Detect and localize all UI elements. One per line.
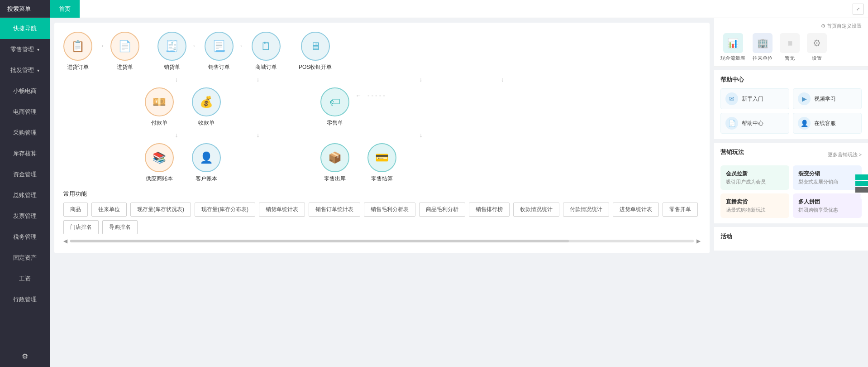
qa-item-empty[interactable]: ▦ 暂无 xyxy=(780,33,800,62)
scrollbar-track[interactable] xyxy=(70,240,694,242)
pos-icon: 🖥 xyxy=(301,32,330,61)
sidebar-item-ledger[interactable]: 总账管理 xyxy=(0,185,50,206)
gysc-icon: 📚 xyxy=(145,143,174,172)
customize-link[interactable]: ⚙ 首页自定义设置 xyxy=(821,23,862,29)
help-icon: 📄 xyxy=(725,117,738,130)
func-btn-units[interactable]: 往来单位 xyxy=(91,203,127,217)
func-btn-profit2[interactable]: 商品毛利分析 xyxy=(419,203,465,217)
flow-node-gysc[interactable]: 📚 供应商账本 xyxy=(145,143,174,183)
flow-row-2: 💴 付款单 💰 收款单 🏷 零售单 xyxy=(63,87,701,127)
flow-node-fks[interactable]: 💴 付款单 xyxy=(145,87,174,127)
mkt-item-live[interactable]: 直播卖货 场景式购物新玩法 xyxy=(720,193,789,218)
func-btn-stock1[interactable]: 现存量(库存状况表) xyxy=(130,203,191,217)
expand-button[interactable]: ⤢ xyxy=(853,4,863,14)
qa-item-partners[interactable]: 🏢 往来单位 xyxy=(753,33,773,62)
func-btn-retail-order[interactable]: 零售开单 xyxy=(663,203,698,217)
flow-node-jhtd[interactable]: 📋 进货订单 xyxy=(63,32,92,71)
sidebar-item-quicknav[interactable]: 快捷导航 xyxy=(0,18,50,39)
xhs-icon: 🧾 xyxy=(157,32,186,61)
jhs-icon: 📄 xyxy=(110,32,139,61)
sidebar-item-wholesale[interactable]: 批发管理 ▾ xyxy=(0,60,50,81)
mkt-item-group[interactable]: 多人拼团 拼团购物享受优惠 xyxy=(793,193,862,218)
help-item-help[interactable]: 📄 帮助中心 xyxy=(720,113,789,134)
mkt-fission-desc: 裂变式发展分销商 xyxy=(798,179,856,185)
mkt-live-title: 直播卖货 xyxy=(726,198,784,206)
scroll-right-arrow[interactable]: ▶ xyxy=(696,238,701,244)
fks-icon: 💴 xyxy=(145,87,174,116)
func-btn-stock2[interactable]: 现存量(库存分布表) xyxy=(195,203,255,217)
flow-node-ls[interactable]: 🏷 零售单 xyxy=(320,87,349,127)
sidebar-item-admin[interactable]: 行政管理 xyxy=(0,289,50,310)
sidebar-item-ecommerce[interactable]: 电商管理 xyxy=(0,101,50,122)
func-btn-receipt[interactable]: 收款情况统计 xyxy=(513,203,559,217)
sidebar-item-purchase[interactable]: 采购管理 xyxy=(0,122,50,143)
activity-title: 活动 xyxy=(720,232,862,241)
help-item-beginner[interactable]: ✉ 新手入门 xyxy=(720,88,789,109)
khzb-icon: 👤 xyxy=(192,143,221,172)
jhs-label: 进货单 xyxy=(117,63,133,71)
mkt-item-fission[interactable]: 裂变分销 裂变式发展分销商 xyxy=(793,165,862,190)
qa-item-settings[interactable]: ⚙ 设置 xyxy=(807,33,827,62)
sidebar-item-ecommerce-small[interactable]: 小畅电商 xyxy=(0,81,50,101)
ls-label: 零售单 xyxy=(327,119,343,127)
func-btn-rank[interactable]: 销售排行榜 xyxy=(469,203,510,217)
marketing-header: 营销玩法 更多营销玩法 > xyxy=(720,148,862,161)
float-btn-desktop[interactable]: 桌面快捷 xyxy=(855,187,868,193)
sidebar-item-inventory[interactable]: 库存核算 xyxy=(0,143,50,164)
sidebar-item-tax[interactable]: 税务管理 xyxy=(0,227,50,247)
tab-home[interactable]: 首页 xyxy=(50,0,80,18)
flow-row-3: 📚 供应商账本 👤 客户账本 📦 零售出库 xyxy=(63,143,701,183)
help-item-support[interactable]: 👤 在线客服 xyxy=(793,113,862,134)
sidebar-item-salary[interactable]: 工资 xyxy=(0,268,50,289)
sidebar-item-retail[interactable]: 零售管理 ▾ xyxy=(0,39,50,60)
gear-icon[interactable]: ⚙ xyxy=(0,346,50,367)
flow-node-xhs[interactable]: 🧾 销货单 xyxy=(157,32,186,71)
func-btn-goods[interactable]: 商品 xyxy=(63,203,88,217)
sidebar-item-invoice[interactable]: 发票管理 xyxy=(0,206,50,227)
sidebar-item-finance[interactable]: 资金管理 xyxy=(0,164,50,185)
func-btn-order-stat[interactable]: 销售订单统计表 xyxy=(309,203,360,217)
scroll-left-arrow[interactable]: ◀ xyxy=(63,238,67,244)
flow-diagram: 📋 进货订单 → 📄 进货单 🧾 销货单 ← xyxy=(63,32,701,183)
search-menu[interactable]: 搜索菜单 xyxy=(0,0,50,18)
xstd-icon: 📃 xyxy=(205,32,234,61)
flow-node-lsck[interactable]: 📦 零售出库 xyxy=(320,143,349,183)
help-item-video[interactable]: ▶ 视频学习 xyxy=(793,88,862,109)
jhtd-icon: 📋 xyxy=(63,32,92,61)
flow-arrows-1: ↓ ↓ ↓ ↓ xyxy=(63,76,701,83)
flow-node-lsjs[interactable]: 💳 零售结算 xyxy=(367,143,396,183)
flow-node-pos[interactable]: 🖥 POS收银开单 xyxy=(299,32,332,71)
jhtd-label: 进货订单 xyxy=(67,63,89,71)
arrow-down-sks: ↓ xyxy=(226,131,290,139)
func-btn-profit1[interactable]: 销售毛利分析表 xyxy=(364,203,415,217)
func-btn-payment[interactable]: 付款情况统计 xyxy=(563,203,609,217)
flow-node-sks[interactable]: 💰 收款单 xyxy=(192,87,221,127)
sidebar-item-assets[interactable]: 固定资产 xyxy=(0,247,50,268)
func-btn-guide-rank[interactable]: 导购排名 xyxy=(102,220,138,234)
quick-nav-card: 📋 进货订单 → 📄 进货单 🧾 销货单 ← xyxy=(54,23,710,253)
content-area: 📋 进货订单 → 📄 进货单 🧾 销货单 ← xyxy=(50,18,868,367)
sctd-label: 商城订单 xyxy=(255,63,277,71)
flow-row-1: 📋 进货订单 → 📄 进货单 🧾 销货单 ← xyxy=(63,32,701,71)
flow-node-khzb[interactable]: 👤 客户账本 xyxy=(192,143,221,183)
activity-section: 活动 xyxy=(714,227,868,251)
common-funcs: 常用功能 商品 往来单位 现存量(库存状况表) 现存量(库存分布表) 销货单统计… xyxy=(63,190,701,234)
flow-node-jhs[interactable]: 📄 进货单 xyxy=(110,32,139,71)
flow-node-sctd[interactable]: 🗒 商城订单 xyxy=(252,32,281,71)
arrow-down-ls: ↓ xyxy=(389,131,453,139)
mkt-item-member[interactable]: 会员拉新 吸引用户成为会员 xyxy=(720,165,789,190)
float-btn-community[interactable]: 服务社区 xyxy=(855,181,868,186)
lsjs-label: 零售结算 xyxy=(371,175,393,183)
float-btn-service[interactable]: 客服热线 xyxy=(855,174,868,180)
func-btn-store-rank[interactable]: 门店排名 xyxy=(63,220,99,234)
flow-node-xstd[interactable]: 📃 销售订单 xyxy=(205,32,234,71)
func-btn-sales-stat[interactable]: 销货单统计表 xyxy=(259,203,305,217)
arrow-down-fks: ↓ xyxy=(145,131,208,139)
marketing-grid: 会员拉新 吸引用户成为会员 裂变分销 裂变式发展分销商 直播卖货 场景式购物新玩… xyxy=(720,165,862,218)
more-marketing-link[interactable]: 更多营销玩法 > xyxy=(828,151,862,158)
func-grid: 商品 往来单位 现存量(库存状况表) 现存量(库存分布表) 销货单统计表 销售订… xyxy=(63,203,701,234)
func-btn-purchase-stat[interactable]: 进货单统计表 xyxy=(613,203,659,217)
qa-item-cashflow[interactable]: 📊 现金流量表 xyxy=(720,33,745,62)
video-label: 视频学习 xyxy=(814,95,836,103)
main-layout: 快捷导航 零售管理 ▾ 批发管理 ▾ 小畅电商 电商管理 采购管理 库存核算 资… xyxy=(0,18,868,367)
